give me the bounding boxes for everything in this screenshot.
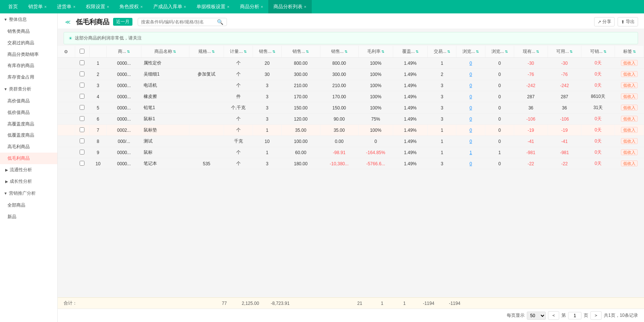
td-browse1[interactable]: 0 [456, 136, 485, 147]
td-browse1[interactable]: 0 [456, 80, 485, 91]
th-settings[interactable]: ⚙ [58, 46, 75, 58]
th-tag[interactable]: 标签⇅ [615, 46, 644, 58]
row-checkbox[interactable] [80, 83, 84, 87]
row-checkbox[interactable] [80, 138, 84, 143]
select-all-checkbox[interactable] [80, 49, 84, 54]
sidebar-item-category-rate[interactable]: 商品分类助销率 [0, 49, 57, 60]
sidebar-item-in-stock[interactable]: 有库存的商品 [0, 60, 57, 71]
td-check[interactable] [75, 80, 89, 91]
nav-analysis-list-close[interactable]: × [304, 4, 306, 9]
search-input[interactable] [141, 19, 215, 25]
th-code[interactable]: 商...⇅ [107, 46, 141, 58]
td-check[interactable] [75, 125, 89, 136]
sidebar-item-low-coverage[interactable]: 低覆盖度商品 [0, 130, 57, 141]
browse-link[interactable]: 0 [470, 117, 472, 122]
td-check[interactable] [75, 58, 89, 69]
nav-analysis[interactable]: 商品分析 × [235, 0, 268, 13]
nav-product-entry[interactable]: 产成品入库单 × [148, 0, 191, 13]
nav-purchase-close[interactable]: × [73, 4, 75, 9]
row-checkbox[interactable] [80, 127, 84, 132]
sidebar-item-low-margin[interactable]: 低毛利商品 [0, 153, 57, 164]
td-check[interactable] [75, 69, 89, 80]
sidebar-item-high-coverage[interactable]: 高覆盖度商品 [0, 118, 57, 130]
td-browse1[interactable]: 0 [456, 102, 485, 114]
sidebar-section-growth-title[interactable]: ▶ 成长性分析 [0, 176, 57, 187]
nav-analysis-close[interactable]: × [261, 4, 263, 9]
nav-roles[interactable]: 角色授权 × [114, 0, 148, 13]
row-checkbox[interactable] [80, 116, 84, 121]
prev-page-button[interactable]: ＜ [548, 311, 559, 320]
export-button[interactable]: ⬆ 导出 [618, 17, 638, 26]
sidebar-section-marketing-title[interactable]: ▼ 营销推广分析 [0, 187, 57, 200]
th-trade[interactable]: 交易...⇅ [427, 46, 456, 58]
th-spec[interactable]: 规格...⇅ [189, 46, 224, 58]
td-browse1[interactable]: 0 [456, 91, 485, 102]
nav-roles-close[interactable]: × [140, 4, 142, 9]
td-check[interactable] [75, 136, 89, 147]
td-browse1[interactable]: 1 [456, 147, 485, 158]
row-checkbox[interactable] [80, 94, 84, 99]
row-checkbox[interactable] [80, 60, 84, 65]
sidebar-item-capital[interactable]: 库存资金占用 [0, 71, 57, 83]
nav-permissions-close[interactable]: × [107, 4, 109, 9]
table-wrapper[interactable]: ⚙ 商...⇅ 商品名称⇅ 规格...⇅ 计量...⇅ 销售...⇅ 销售...… [58, 46, 644, 297]
browse-link[interactable]: 0 [470, 128, 472, 133]
td-check[interactable] [75, 102, 89, 114]
th-saledays[interactable]: 可销...⇅ [581, 46, 615, 58]
sidebar-item-new-goods[interactable]: 新品 [0, 211, 57, 223]
th-stock[interactable]: 现有...⇅ [514, 46, 548, 58]
nav-sales-close[interactable]: × [44, 4, 47, 9]
nav-home[interactable]: 首页 [3, 0, 23, 13]
browse-link[interactable]: 0 [470, 105, 472, 111]
browse-link[interactable]: 0 [470, 72, 472, 77]
th-avail[interactable]: 可用...⇅ [548, 46, 581, 58]
nav-template[interactable]: 单据模板设置 × [191, 0, 234, 13]
td-check[interactable] [75, 147, 89, 158]
td-browse1[interactable]: 0 [456, 125, 485, 136]
td-browse1[interactable]: 0 [456, 69, 485, 80]
browse-link[interactable]: 1 [470, 150, 472, 155]
next-page-button[interactable]: ＞ [590, 311, 602, 320]
sidebar-item-low-value[interactable]: 低价值商品 [0, 107, 57, 118]
td-check[interactable] [75, 158, 89, 169]
time-tag-button[interactable]: 近一月 [113, 18, 132, 26]
nav-template-close[interactable]: × [227, 4, 229, 9]
th-name[interactable]: 商品名称⇅ [141, 46, 189, 58]
browse-link[interactable]: 0 [470, 139, 472, 144]
browse-link[interactable]: 0 [470, 161, 472, 166]
td-browse1[interactable]: 0 [456, 114, 485, 125]
row-checkbox[interactable] [80, 150, 84, 154]
sidebar-section-cluster-title[interactable]: ▼ 类群查分析 [0, 83, 57, 95]
th-sale-qty[interactable]: 销售...⇅ [253, 46, 281, 58]
sidebar-item-high-margin[interactable]: 高毛利商品 [0, 141, 57, 153]
th-sale-profit[interactable]: 销售...⇅ [320, 46, 358, 58]
nav-sales[interactable]: 销货单 × [23, 0, 52, 13]
sidebar-section-liquidity-title[interactable]: ▶ 流通性分析 [0, 164, 57, 176]
page-size-select[interactable]: 50 20 100 [527, 312, 546, 320]
td-browse1[interactable]: 0 [456, 158, 485, 169]
sidebar-item-traded-goods[interactable]: 交易过的商品 [0, 37, 57, 49]
th-browse2[interactable]: 浏览...⇅ [485, 46, 514, 58]
th-margin[interactable]: 毛利率⇅ [358, 46, 393, 58]
th-sale-amt[interactable]: 销售...⇅ [282, 46, 320, 58]
nav-analysis-list[interactable]: 商品分析列表 × [268, 0, 311, 13]
sidebar-item-high-value[interactable]: 高价值商品 [0, 95, 57, 107]
row-checkbox[interactable] [80, 71, 84, 76]
th-unit[interactable]: 计量...⇅ [224, 46, 253, 58]
browse-link[interactable]: 0 [470, 61, 472, 66]
nav-product-entry-close[interactable]: × [184, 4, 186, 9]
th-check[interactable] [75, 46, 89, 58]
nav-purchase[interactable]: 进货单 × [52, 0, 80, 13]
th-cover[interactable]: 覆盖...⇅ [393, 46, 427, 58]
sidebar-section-overall-title[interactable]: ▼ 整体信息 [0, 13, 57, 26]
row-checkbox[interactable] [80, 105, 84, 110]
th-browse1[interactable]: 浏览...⇅ [456, 46, 485, 58]
collapse-sidebar-button[interactable]: ≪ [64, 17, 72, 26]
browse-link[interactable]: 0 [470, 83, 472, 88]
sidebar-item-sales-goods[interactable]: 销售类商品 [0, 26, 57, 37]
search-icon[interactable]: 🔍 [217, 19, 223, 25]
browse-link[interactable]: 0 [470, 94, 472, 99]
td-browse1[interactable]: 0 [456, 58, 485, 69]
td-check[interactable] [75, 114, 89, 125]
row-checkbox[interactable] [80, 161, 84, 166]
